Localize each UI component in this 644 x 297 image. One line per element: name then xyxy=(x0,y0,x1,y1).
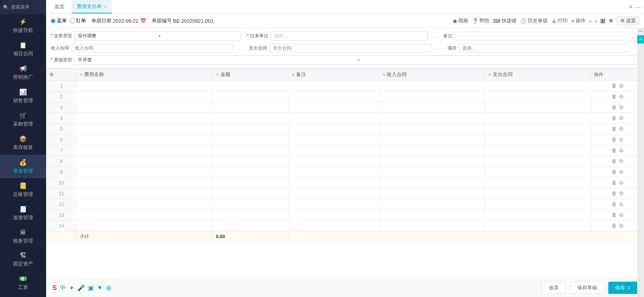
row-copy-btn[interactable]: ⧉ xyxy=(619,136,624,143)
toolbar-shortcut-btn[interactable]: ⌨ 快捷键 xyxy=(493,17,517,24)
row-copy-btn[interactable]: ⧉ xyxy=(619,190,624,197)
row-copy-btn[interactable]: ⧉ xyxy=(619,147,624,154)
row-copy-btn[interactable]: ⧉ xyxy=(619,83,624,89)
remark-input[interactable] xyxy=(455,32,633,40)
invoice-type-select[interactable]: 不开票 ▼ xyxy=(74,55,639,65)
row-amount[interactable] xyxy=(213,81,288,91)
row-remark[interactable] xyxy=(288,199,379,210)
row-expense-contract[interactable] xyxy=(485,221,591,231)
chinese-icon[interactable]: 中 xyxy=(60,284,66,292)
row-amount[interactable] xyxy=(213,124,288,134)
row-expense-contract[interactable] xyxy=(485,188,591,199)
toolbar-list-icon[interactable]: ≡ xyxy=(609,17,613,24)
row-remark[interactable] xyxy=(288,145,379,156)
sidebar-search[interactable]: 🔍 搜索菜单 xyxy=(0,0,46,14)
toolbar-operation-btn[interactable]: ≡ 操作 xyxy=(571,17,586,24)
row-income-contract[interactable] xyxy=(379,134,485,145)
row-amount[interactable] xyxy=(213,167,288,178)
partner-select[interactable]: 选择... xyxy=(271,31,428,41)
row-income-contract[interactable] xyxy=(379,113,485,124)
row-delete-btn[interactable]: 🗑 xyxy=(611,93,618,100)
row-expense-contract[interactable] xyxy=(485,145,591,156)
row-name[interactable] xyxy=(76,124,213,134)
row-delete-btn[interactable]: 🗑 xyxy=(611,126,618,132)
row-name[interactable] xyxy=(76,188,213,199)
row-income-contract[interactable] xyxy=(379,91,485,102)
expense-sort-icon[interactable]: ⇅ xyxy=(488,73,491,77)
row-name[interactable] xyxy=(76,102,213,113)
right-panel-btn-1[interactable]: | xyxy=(637,28,644,35)
tab-expense[interactable]: 费用支出单 × xyxy=(71,0,112,13)
row-delete-btn[interactable]: 🗑 xyxy=(611,147,618,153)
row-income-contract[interactable] xyxy=(379,124,485,134)
expense-contract-input[interactable] xyxy=(270,44,432,52)
business-type-select[interactable]: 应付调整 ▼ xyxy=(74,31,241,41)
row-income-contract[interactable] xyxy=(379,156,485,167)
remark-sort-icon[interactable]: ⇅ xyxy=(291,73,295,77)
row-remark[interactable] xyxy=(288,124,379,134)
row-amount[interactable] xyxy=(213,113,288,124)
toolbar-print-btn[interactable]: 🖨 打印 xyxy=(551,17,568,24)
row-name[interactable] xyxy=(76,145,213,156)
row-remark[interactable] xyxy=(288,134,379,145)
row-income-contract[interactable] xyxy=(379,81,485,91)
apps-icon[interactable]: ⊞ xyxy=(106,284,111,292)
row-delete-btn[interactable]: 🗑 xyxy=(611,190,618,196)
row-copy-btn[interactable]: ⧉ xyxy=(619,212,624,218)
row-income-contract[interactable] xyxy=(379,167,485,178)
row-expense-contract[interactable] xyxy=(485,91,591,102)
tab-close-icon[interactable]: × xyxy=(104,4,106,9)
toolbar-history-btn[interactable]: 🕐 历史单据 xyxy=(520,17,548,24)
row-expense-contract[interactable] xyxy=(485,81,591,91)
row-income-contract[interactable] xyxy=(379,199,485,210)
row-name[interactable] xyxy=(76,134,213,145)
name-sort-icon[interactable]: ⇅ xyxy=(80,73,83,77)
row-income-contract[interactable] xyxy=(379,145,485,156)
row-copy-btn[interactable]: ⧉ xyxy=(619,179,624,186)
income-contract-input[interactable] xyxy=(71,44,233,52)
row-name[interactable] xyxy=(76,91,213,102)
row-delete-btn[interactable]: 🗑 xyxy=(611,83,618,89)
blue-radio[interactable] xyxy=(51,18,56,23)
row-amount[interactable] xyxy=(213,178,288,188)
row-amount[interactable] xyxy=(213,156,288,167)
tab-home[interactable]: 首页 xyxy=(49,0,70,13)
row-copy-btn[interactable]: ⧉ xyxy=(619,158,624,164)
row-remark[interactable] xyxy=(288,102,379,113)
sidebar-item-marketing[interactable]: 📢营销推广 xyxy=(0,61,46,85)
sidebar-item-sales[interactable]: 📊销售管理 xyxy=(0,85,46,108)
sidebar-item-assets[interactable]: 🏗固定资产 xyxy=(0,248,46,271)
row-amount[interactable] xyxy=(213,188,288,199)
row-amount[interactable] xyxy=(213,210,288,221)
row-name[interactable] xyxy=(76,156,213,167)
row-expense-contract[interactable] xyxy=(485,102,591,113)
partner-more-btn[interactable]: ... xyxy=(430,33,437,39)
discard-button[interactable]: 放弃 xyxy=(541,282,566,294)
row-amount[interactable] xyxy=(213,199,288,210)
income-sort-icon[interactable]: ⇅ xyxy=(382,73,386,77)
row-name[interactable] xyxy=(76,221,213,231)
row-delete-btn[interactable]: 🗑 xyxy=(611,222,618,229)
row-copy-btn[interactable]: ⧉ xyxy=(619,201,624,207)
sidebar-item-quick-nav[interactable]: ⚡快捷导航 xyxy=(0,14,46,38)
sidebar-item-purchase[interactable]: 🛒采购管理 xyxy=(0,108,46,131)
row-remark[interactable] xyxy=(288,113,379,124)
row-name[interactable] xyxy=(76,199,213,210)
sidebar-item-invoice[interactable]: 🧾发票管理 xyxy=(0,202,46,225)
row-name[interactable] xyxy=(76,167,213,178)
row-copy-btn[interactable]: ⧉ xyxy=(619,169,624,175)
row-copy-btn[interactable]: ⧉ xyxy=(619,115,624,121)
row-remark[interactable] xyxy=(288,210,379,221)
blue-radio-label[interactable]: 蓝单 xyxy=(51,17,67,24)
row-delete-btn[interactable]: 🗑 xyxy=(611,104,618,110)
row-income-contract[interactable] xyxy=(379,210,485,221)
date-value[interactable]: 2022-09-21 xyxy=(113,18,139,24)
row-income-contract[interactable] xyxy=(379,102,485,113)
toolbar-help-btn[interactable]: ❓ 帮助 xyxy=(472,17,489,24)
row-delete-btn[interactable]: 🗑 xyxy=(611,201,618,207)
expense-contract-more-btn[interactable]: ... xyxy=(434,45,441,51)
row-name[interactable] xyxy=(76,210,213,221)
th-settings[interactable]: ⚙ xyxy=(46,69,77,81)
toolbar-prev-icon[interactable]: ‹ xyxy=(589,18,591,24)
mic-icon[interactable]: 🎤 xyxy=(77,284,85,292)
